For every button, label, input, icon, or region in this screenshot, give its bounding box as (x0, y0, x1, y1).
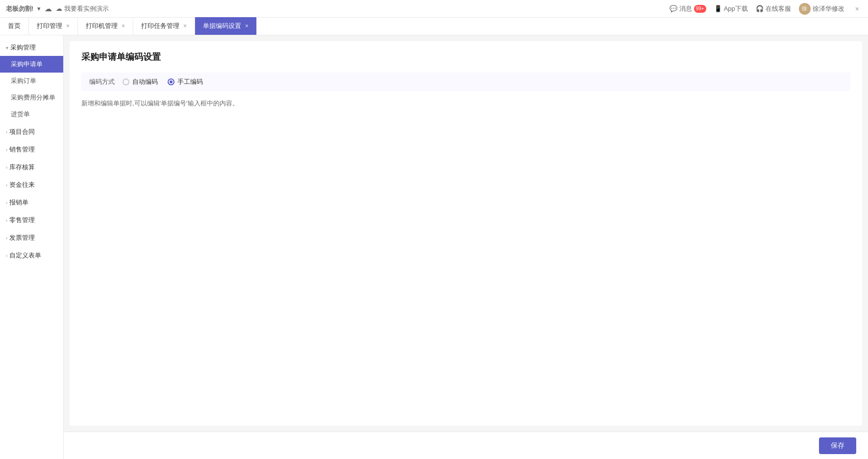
tab-print-task[interactable]: 打印任务管理 × (133, 17, 195, 35)
sidebar-group-invoice-title[interactable]: › 发票管理 (0, 230, 63, 246)
chevron-right-icon: › (6, 200, 7, 205)
top-bar: 老板勿割! ▾ ☁ ☁ 我要看实例演示 💬 消息 99+ 📱 App下载 🎧 在… (0, 0, 868, 18)
tab-code-setting-close[interactable]: × (245, 23, 248, 29)
logo-dropdown[interactable]: ▾ (37, 5, 41, 12)
sidebar-group-purchase: ▾ 采购管理 采购申请单 采购订单 采购费用分摊单 进货单 (0, 39, 63, 123)
sidebar-group-custom-form-title[interactable]: › 自定义表单 (0, 247, 63, 264)
top-bar-left: 老板勿割! ▾ ☁ ☁ 我要看实例演示 (6, 4, 109, 13)
tab-code-setting[interactable]: 单据编码设置 × (195, 17, 257, 35)
message-icon: 💬 (670, 5, 677, 12)
encoding-mode-row: 编码方式 自动编码 手工编码 (81, 73, 850, 91)
sidebar-group-retail-label: 零售管理 (9, 216, 35, 225)
sidebar-group-fund-label: 资金往来 (9, 180, 35, 189)
save-button[interactable]: 保存 (819, 437, 856, 454)
auto-code-label: 自动编码 (132, 77, 158, 86)
hint-text: 新增和编辑单据时,可以编辑'单据编号'输入框中的内容。 (81, 99, 850, 108)
app-logo: 老板勿割! (6, 4, 33, 13)
footer-bar: 保存 (64, 432, 868, 459)
chevron-right-icon: › (6, 147, 7, 153)
sidebar-group-retail: › 零售管理 (0, 212, 63, 229)
encoding-label: 编码方式 (89, 77, 115, 86)
demo-link-text: 我要看实例演示 (64, 4, 109, 13)
sidebar-item-stock-in[interactable]: 进货单 (0, 106, 63, 123)
message-badge: 99+ (694, 5, 706, 13)
window-close-icon[interactable]: × (852, 4, 862, 14)
online-service-label: 在线客服 (766, 4, 791, 13)
headset-icon: 🎧 (756, 5, 764, 12)
manual-code-label: 手工编码 (177, 77, 203, 86)
tab-print-task-close[interactable]: × (183, 23, 187, 29)
sidebar-item-purchase-expense[interactable]: 采购费用分摊单 (0, 89, 63, 106)
sidebar-group-returns-title[interactable]: › 报销单 (0, 194, 63, 211)
sidebar-group-project: › 项目合同 (0, 124, 63, 140)
tab-print-mgmt-label: 打印管理 (37, 22, 62, 30)
chevron-down-icon: ▾ (37, 5, 41, 12)
sidebar: ▾ 采购管理 采购申请单 采购订单 采购费用分摊单 进货单 › 项目合同 (0, 35, 64, 459)
sidebar-item-purchase-request[interactable]: 采购申请单 (0, 56, 63, 73)
sidebar-item-purchase-order[interactable]: 采购订单 (0, 73, 63, 89)
sidebar-group-fund-title[interactable]: › 资金往来 (0, 177, 63, 193)
sidebar-group-project-label: 项目合同 (9, 128, 35, 136)
tab-printer-mgmt-close[interactable]: × (122, 23, 125, 29)
sidebar-group-inventory-label: 库存核算 (9, 163, 35, 172)
top-bar-right: 💬 消息 99+ 📱 App下载 🎧 在线客服 徐 徐泽华修改 × (670, 3, 862, 15)
sidebar-group-retail-title[interactable]: › 零售管理 (0, 212, 63, 229)
chevron-right-icon: › (6, 182, 7, 188)
app-download-label: App下载 (724, 4, 748, 13)
user-name: 徐泽华修改 (813, 4, 844, 13)
sidebar-group-sales: › 销售管理 (0, 141, 63, 158)
tab-print-mgmt-close[interactable]: × (66, 23, 70, 29)
demo-link[interactable]: ☁ 我要看实例演示 (56, 4, 109, 13)
manual-code-radio[interactable]: 手工编码 (168, 77, 203, 86)
app-download-button[interactable]: 📱 App下载 (714, 4, 748, 13)
auto-code-radio[interactable]: 自动编码 (123, 77, 158, 86)
sidebar-group-invoice: › 发票管理 (0, 230, 63, 246)
window-controls: × (852, 4, 862, 14)
sidebar-group-project-title[interactable]: › 项目合同 (0, 124, 63, 140)
tab-home[interactable]: 首页 (0, 17, 29, 35)
chevron-right-icon: › (6, 218, 7, 223)
tab-printer-mgmt[interactable]: 打印机管理 × (78, 17, 133, 35)
content-main: 采购申请单编码设置 编码方式 自动编码 手工编码 (70, 41, 862, 426)
sidebar-item-purchase-order-label: 采购订单 (11, 77, 36, 84)
chevron-right-icon: › (6, 129, 7, 135)
content-area: 采购申请单编码设置 编码方式 自动编码 手工编码 (64, 35, 868, 459)
sidebar-group-custom-form: › 自定义表单 (0, 247, 63, 264)
chevron-right-icon: › (6, 235, 7, 241)
page-title: 采购申请单编码设置 (81, 51, 850, 63)
sidebar-group-invoice-label: 发票管理 (9, 233, 35, 242)
settings-icon[interactable]: ☁ (45, 4, 52, 13)
sidebar-item-purchase-expense-label: 采购费用分摊单 (11, 94, 55, 101)
sidebar-group-purchase-label: 采购管理 (10, 43, 36, 52)
tab-print-task-label: 打印任务管理 (141, 22, 179, 30)
sidebar-group-sales-title[interactable]: › 销售管理 (0, 141, 63, 158)
chevron-right-icon: › (6, 165, 7, 170)
tab-code-setting-label: 单据编码设置 (203, 22, 241, 30)
auto-code-radio-circle (123, 78, 129, 85)
sidebar-group-returns: › 报销单 (0, 194, 63, 211)
sidebar-group-returns-label: 报销单 (9, 198, 28, 207)
online-service-button[interactable]: 🎧 在线客服 (756, 4, 791, 13)
manual-code-radio-circle (168, 78, 174, 85)
sidebar-group-purchase-title[interactable]: ▾ 采购管理 (0, 39, 63, 56)
sidebar-group-sales-label: 销售管理 (9, 145, 35, 154)
user-profile[interactable]: 徐 徐泽华修改 (799, 3, 844, 15)
chevron-down-icon: ▾ (6, 45, 8, 51)
tab-printer-mgmt-label: 打印机管理 (86, 22, 118, 30)
cloud-icon: ☁ (56, 5, 62, 12)
sidebar-item-stock-in-label: 进货单 (11, 110, 30, 118)
sidebar-item-purchase-request-label: 采购申请单 (11, 60, 43, 68)
message-button[interactable]: 💬 消息 99+ (670, 4, 706, 13)
sidebar-group-inventory: › 库存核算 (0, 159, 63, 176)
tab-print-mgmt[interactable]: 打印管理 × (29, 17, 78, 35)
phone-icon: 📱 (714, 5, 722, 12)
avatar: 徐 (799, 3, 811, 15)
sidebar-group-custom-form-label: 自定义表单 (9, 251, 41, 260)
sidebar-group-inventory-title[interactable]: › 库存核算 (0, 159, 63, 176)
chevron-right-icon: › (6, 253, 7, 258)
tab-home-label: 首页 (8, 22, 21, 30)
message-label: 消息 (679, 4, 692, 13)
encoding-radio-group: 自动编码 手工编码 (123, 77, 203, 86)
tab-bar: 首页 打印管理 × 打印机管理 × 打印任务管理 × 单据编码设置 × (0, 18, 868, 35)
sidebar-group-fund: › 资金往来 (0, 177, 63, 193)
